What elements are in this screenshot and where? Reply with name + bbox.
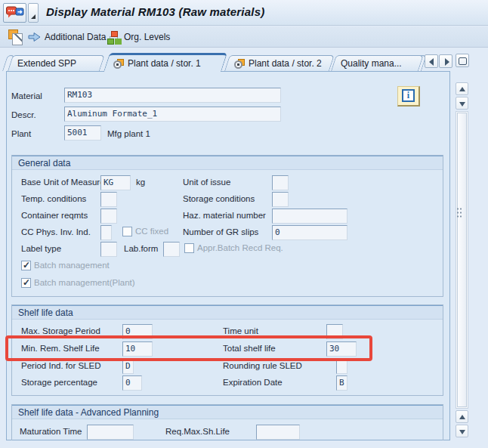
display-change-icon xyxy=(8,29,23,45)
title-bar: Display Material RM103 (Raw materials) xyxy=(0,0,488,26)
storage-percentage-field[interactable]: 0 xyxy=(122,375,142,391)
scrollbar-thumb[interactable] xyxy=(457,113,467,407)
gr-slips-value: 0 xyxy=(273,226,347,239)
tab-quality-management[interactable]: Quality mana... xyxy=(331,55,424,71)
max-storage-field[interactable]: 0 xyxy=(122,324,153,339)
org-levels-icon xyxy=(107,31,120,43)
time-unit-field[interactable] xyxy=(326,324,343,339)
min-rem-shelf-life-field[interactable]: 10 xyxy=(122,341,153,357)
batch-management-plant-checkbox: Batch management(Plant) xyxy=(21,277,135,288)
tab-plant-data-stor-2[interactable]: Plant data / stor. 2 xyxy=(224,55,335,71)
storage-conditions-label: Storage conditions xyxy=(183,194,255,203)
batch-management-label: Batch management xyxy=(34,261,110,270)
gr-slips-field[interactable]: 0 xyxy=(272,225,347,240)
page-title: Display Material RM103 (Raw materials) xyxy=(46,5,264,18)
period-ind-field[interactable]: D xyxy=(122,359,134,374)
label-type-field[interactable] xyxy=(100,242,117,257)
container-reqmts-field[interactable] xyxy=(100,209,117,224)
gr-slips-label: Number of GR slips xyxy=(183,227,258,236)
batch-management-plant-label: Batch management(Plant) xyxy=(34,278,135,287)
cc-fixed-label: CC fixed xyxy=(135,227,168,236)
expiration-date-value: B xyxy=(337,376,347,390)
cc-fixed-checkbox: CC fixed xyxy=(122,226,168,236)
checkbox-box xyxy=(184,243,194,253)
batch-management-checkbox: Batch management xyxy=(21,260,110,270)
object-services-button[interactable] xyxy=(3,3,26,23)
total-shelf-life-field[interactable]: 30 xyxy=(326,341,357,357)
req-max-shelf-life-field[interactable] xyxy=(256,425,300,440)
plant-data-icon xyxy=(113,59,124,69)
maturation-time-field[interactable] xyxy=(87,425,134,440)
tab-plant-data-stor-1[interactable]: Plant data / stor. 1 xyxy=(103,53,227,72)
rounding-rule-field[interactable] xyxy=(336,359,347,374)
shelf-life-group: Shelf life data Max. Storage Period 0 Ti… xyxy=(11,304,443,396)
tab-scroll-left-button[interactable] xyxy=(425,54,438,68)
scrollbar-grip-icon xyxy=(456,207,463,219)
rounding-rule-label: Rounding rule SLED xyxy=(223,361,302,370)
display-change-toggle-button[interactable] xyxy=(5,28,26,46)
scrollbar-up-button[interactable] xyxy=(456,82,468,95)
base-unit-field[interactable]: KG xyxy=(100,175,131,190)
additional-data-arrow-icon xyxy=(28,32,41,42)
material-label: Material xyxy=(11,91,42,100)
org-levels-label: Org. Levels xyxy=(124,32,170,42)
expiration-date-label: Expiration Date xyxy=(223,378,283,387)
command-dropdown-button[interactable] xyxy=(28,3,39,23)
base-unit-label: Base Unit of Measure xyxy=(21,178,105,187)
additional-data-button[interactable]: Additional Data xyxy=(25,28,109,46)
info-button[interactable] xyxy=(397,86,420,107)
temp-conditions-label: Temp. conditions xyxy=(21,194,86,203)
plant-description: Mfg plant 1 xyxy=(107,129,150,138)
plant-field[interactable]: 5001 xyxy=(64,125,101,141)
checkbox-box xyxy=(122,227,132,236)
scrollbar-track[interactable] xyxy=(456,111,468,409)
total-shelf-life-label: Total shelf life xyxy=(223,344,276,353)
scrollbar-bottom-up-button[interactable] xyxy=(456,410,468,423)
haz-material-label: Haz. material number xyxy=(183,211,266,220)
unit-of-issue-field[interactable] xyxy=(272,175,289,190)
base-unit-value: KG xyxy=(101,176,130,190)
label-type-label: Label type xyxy=(21,244,61,253)
cc-phys-label: CC Phys. Inv. Ind. xyxy=(21,227,91,236)
expiration-date-field[interactable]: B xyxy=(336,375,347,391)
unit-of-issue-label: Unit of issue xyxy=(183,178,230,187)
plant-label: Plant xyxy=(11,129,31,138)
lab-form-label: Lab.form xyxy=(124,244,158,253)
tab-extended-spp[interactable]: Extended SPP xyxy=(8,55,105,71)
total-shelf-life-value: 30 xyxy=(327,342,356,356)
org-levels-button[interactable]: Org. Levels xyxy=(104,28,173,46)
tab-label: Quality mana... xyxy=(341,58,402,69)
scrollbar-down-button[interactable] xyxy=(456,97,468,110)
storage-conditions-field[interactable] xyxy=(272,192,289,207)
maturation-time-label: Maturation Time xyxy=(20,427,82,436)
scrollbar-bottom-down-button[interactable] xyxy=(456,425,468,437)
cc-phys-field[interactable] xyxy=(100,225,112,240)
storage-percentage-label: Storage percentage xyxy=(21,378,97,387)
material-field[interactable]: RM103 xyxy=(64,88,281,103)
appr-batch-label: Appr.Batch Recd Req. xyxy=(197,243,283,252)
tab-label: Plant data / stor. 2 xyxy=(249,58,322,69)
haz-material-field[interactable] xyxy=(272,209,347,224)
temp-conditions-field[interactable] xyxy=(100,192,117,207)
min-rem-shelf-life-label: Min. Rem. Shelf Life xyxy=(21,344,100,353)
base-unit-description: kg xyxy=(136,178,145,187)
storage-percentage-value: 0 xyxy=(123,376,141,390)
period-ind-value: D xyxy=(123,360,133,373)
time-unit-label: Time unit xyxy=(223,326,258,335)
plant-value: 5001 xyxy=(65,126,100,140)
container-reqmts-label: Container reqmts xyxy=(21,211,88,220)
info-icon xyxy=(402,89,415,102)
descr-field[interactable]: Aluminum Formate_1 xyxy=(64,107,281,122)
additional-data-label: Additional Data xyxy=(45,32,106,42)
period-ind-label: Period Ind. for SLED xyxy=(21,361,100,370)
tab-overview-button[interactable] xyxy=(456,54,469,67)
tab-label: Plant data / stor. 1 xyxy=(128,58,201,69)
application-toolbar: Additional Data Org. Levels xyxy=(0,26,488,48)
tab-scroll-right-button[interactable] xyxy=(439,54,452,68)
appr-batch-checkbox: Appr.Batch Recd Req. xyxy=(184,243,283,253)
lab-form-field[interactable] xyxy=(163,242,180,257)
advanced-planning-group: Shelf life data - Advanced Planning Matu… xyxy=(11,404,443,440)
tab-label: Extended SPP xyxy=(17,58,76,69)
general-data-group: General data Base Unit of Measure KG kg … xyxy=(11,155,443,297)
material-value: RM103 xyxy=(65,88,280,102)
